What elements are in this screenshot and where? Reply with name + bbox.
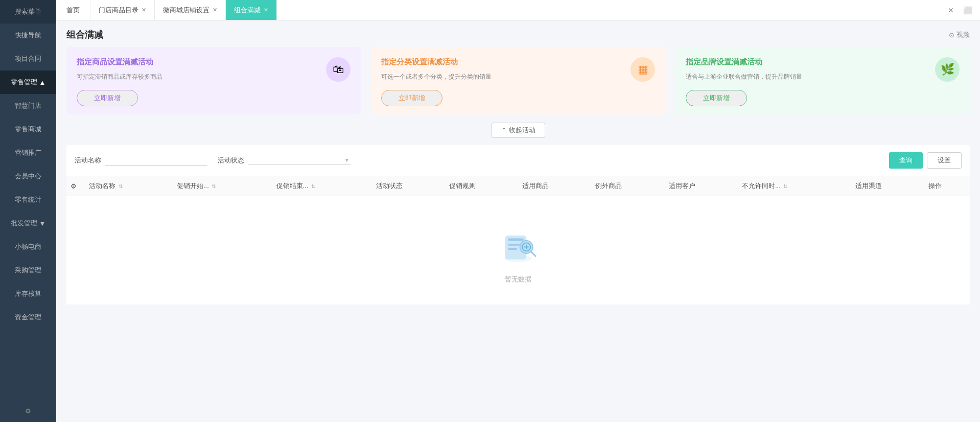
sidebar-search[interactable]: 搜索菜单 — [0, 0, 56, 24]
table-container: ⚙ 活动名称 ⇅ 促销开始... ⇅ 促销结束... ⇅ — [66, 176, 970, 304]
col-activity-name[interactable]: 活动名称 ⇅ — [85, 176, 173, 196]
brand-card: 🌿 指定品牌设置满减活动 适合与上游企业联合做营销，提升品牌销量 立即新增 — [675, 47, 970, 114]
collapse-bar: ⌃ 收起活动 — [66, 123, 970, 138]
chevron-down-icon: ▾ — [345, 157, 348, 163]
svg-rect-3 — [508, 244, 520, 246]
sidebar-item-member[interactable]: 会员中心 — [0, 165, 56, 188]
category-card-title: 指定分类设置满减活动 — [381, 57, 655, 67]
category-card-add-btn[interactable]: 立即新增 — [381, 90, 442, 106]
sidebar-item-wholesale[interactable]: 批发管理 ▼ — [0, 212, 56, 235]
col-applicable-channel: 适用渠道 — [851, 176, 924, 196]
table-header-row: ⚙ 活动名称 ⇅ 促销开始... ⇅ 促销结束... ⇅ — [66, 176, 970, 196]
main-area: 首页 门店商品目录 ✕ 微商城店铺设置 ✕ 组合满减 ✕ ✕ ⬜ 组合满减 ⊙ … — [56, 0, 980, 422]
tab-close-product-catalog[interactable]: ✕ — [142, 7, 146, 13]
filter-status-label: 活动状态 — [218, 156, 244, 165]
sidebar: 搜索菜单 快捷导航 项目合同 零售管理 ▲ 智慧门店 零售商城 营销推广 会员中… — [0, 0, 56, 422]
sidebar-item-finance[interactable]: 资金管理 — [0, 306, 56, 329]
sort-icon-no-concurrent: ⇅ — [783, 183, 787, 189]
brand-card-title: 指定品牌设置满减活动 — [686, 57, 960, 67]
sidebar-item-marketing[interactable]: 营销推广 — [0, 141, 56, 165]
brand-card-icon: 🌿 — [935, 57, 960, 82]
col-gear[interactable]: ⚙ — [66, 176, 85, 196]
col-promo-rule: 促销规则 — [445, 176, 518, 196]
collapse-up-icon: ⌃ — [501, 127, 507, 134]
filter-name-input[interactable] — [105, 155, 207, 166]
col-no-concurrent[interactable]: 不允许同时... ⇅ — [738, 176, 851, 196]
sidebar-item-xiaochangec[interactable]: 小畅电商 — [0, 235, 56, 259]
svg-rect-4 — [508, 248, 517, 250]
collapse-btn[interactable]: ⌃ 收起活动 — [492, 123, 545, 138]
brand-card-add-btn[interactable]: 立即新增 — [686, 90, 747, 106]
tab-bar: 首页 门店商品目录 ✕ 微商城店铺设置 ✕ 组合满减 ✕ ✕ ⬜ — [56, 0, 980, 20]
page-title: 组合满减 — [66, 29, 103, 41]
product-card-title: 指定商品设置满减活动 — [77, 57, 351, 67]
sidebar-item-smart-store[interactable]: 智慧门店 — [0, 94, 56, 118]
sort-icon-activity-name: ⇅ — [119, 183, 123, 189]
window-maximize-btn[interactable]: ⬜ — [961, 5, 974, 15]
page-header: 组合满减 ⊙ 视频 — [66, 20, 970, 47]
tab-wechat-settings[interactable]: 微商城店铺设置 ✕ — [155, 0, 226, 20]
category-card-desc: 可选一个或者多个分类，提升分类的销量 — [381, 72, 655, 82]
query-button[interactable]: 查询 — [889, 152, 923, 169]
product-card-desc: 可指定滞销商品或库存较多商品 — [77, 72, 351, 82]
sidebar-item-inventory[interactable]: 库存核算 — [0, 282, 56, 306]
empty-state: 暂无数据 — [66, 196, 970, 304]
sidebar-item-retail-mgmt[interactable]: 零售管理 ▲ — [0, 71, 56, 94]
filter-name-label: 活动名称 — [75, 156, 101, 165]
cards-row: 🛍 指定商品设置满减活动 可指定滞销商品或库存较多商品 立即新增 ▦ 指定分类设… — [66, 47, 970, 114]
brand-card-desc: 适合与上游企业联合做营销，提升品牌销量 — [686, 72, 960, 82]
filter-name-item: 活动名称 — [75, 155, 207, 166]
window-close-btn[interactable]: ✕ — [946, 5, 956, 15]
svg-rect-2 — [508, 239, 524, 241]
col-operations: 操作 — [924, 176, 970, 196]
tab-bar-right: ✕ ⬜ — [946, 5, 980, 15]
sort-icon-promo-end: ⇅ — [311, 183, 315, 189]
col-activity-status: 活动状态 — [372, 176, 445, 196]
svg-line-6 — [531, 252, 535, 256]
col-except-goods: 例外商品 — [591, 176, 664, 196]
tab-home[interactable]: 首页 — [56, 0, 90, 20]
data-table: ⚙ 活动名称 ⇅ 促销开始... ⇅ 促销结束... ⇅ — [66, 176, 970, 196]
empty-state-icon — [495, 222, 541, 268]
sidebar-item-quick-nav[interactable]: 快捷导航 — [0, 24, 56, 47]
tab-product-catalog[interactable]: 门店商品目录 ✕ — [90, 0, 155, 20]
filter-actions: 查询 设置 — [889, 152, 962, 169]
tab-close-wechat-settings[interactable]: ✕ — [213, 7, 217, 13]
filter-status-item: 活动状态 ▾ — [218, 156, 351, 165]
category-card-icon: ▦ — [631, 57, 655, 82]
content-area: 组合满减 ⊙ 视频 🛍 指定商品设置满减活动 可指定滞销商品或库存较多商品 立即… — [56, 20, 980, 422]
tab-combo-discount[interactable]: 组合满减 ✕ — [226, 0, 277, 20]
sidebar-settings-icon[interactable]: ⚙ — [0, 400, 56, 422]
tab-close-combo-discount[interactable]: ✕ — [264, 7, 268, 13]
setting-button[interactable]: 设置 — [927, 152, 962, 169]
sort-icon-promo-start: ⇅ — [212, 183, 216, 189]
col-applicable-goods: 适用商品 — [518, 176, 591, 196]
sidebar-item-project-contract[interactable]: 项目合同 — [0, 47, 56, 71]
play-circle-icon: ⊙ — [949, 31, 954, 39]
sidebar-item-retail-stats[interactable]: 零售统计 — [0, 188, 56, 212]
product-card-add-btn[interactable]: 立即新增 — [77, 90, 138, 106]
product-card-icon: 🛍 — [326, 57, 351, 82]
col-applicable-customer: 适用客户 — [665, 176, 738, 196]
category-card: ▦ 指定分类设置满减活动 可选一个或者多个分类，提升分类的销量 立即新增 — [371, 47, 665, 114]
filter-row: 活动名称 活动状态 ▾ 查询 设置 — [66, 145, 970, 176]
col-promo-start[interactable]: 促销开始... ⇅ — [173, 176, 272, 196]
sidebar-item-purchase[interactable]: 采购管理 — [0, 259, 56, 282]
sidebar-item-retail-mall[interactable]: 零售商城 — [0, 118, 56, 141]
empty-text: 暂无数据 — [505, 275, 531, 284]
col-promo-end[interactable]: 促销结束... ⇅ — [272, 176, 372, 196]
video-link[interactable]: ⊙ 视频 — [949, 30, 970, 39]
filter-status-select[interactable]: ▾ — [248, 156, 351, 165]
product-card: 🛍 指定商品设置满减活动 可指定滞销商品或库存较多商品 立即新增 — [66, 47, 361, 114]
